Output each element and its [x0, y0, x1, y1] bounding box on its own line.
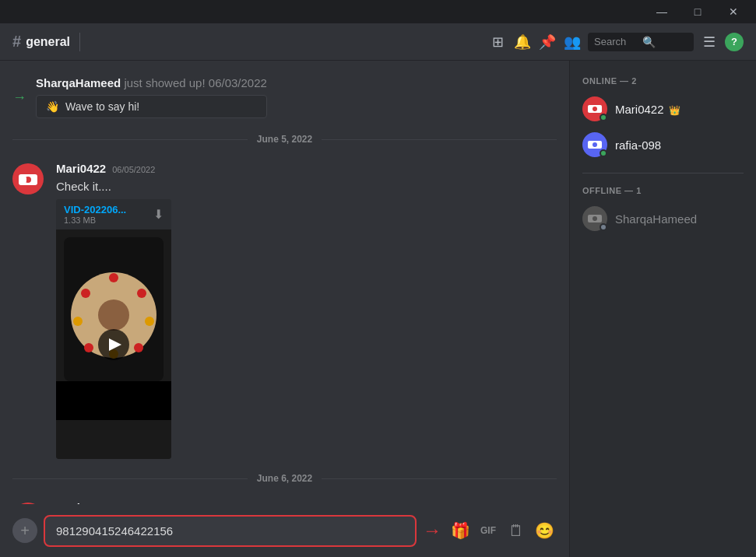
wave-button[interactable]: 👋 Wave to say hi!: [36, 95, 267, 118]
svg-point-9: [145, 317, 154, 326]
svg-point-14: [81, 289, 90, 298]
online-section-title: ONLINE — 2: [576, 73, 750, 89]
members-sidebar: ONLINE — 2 Mari0422 👑 rafia-098: [569, 61, 756, 557]
maximize-button[interactable]: □: [680, 0, 716, 23]
message-row: Mari0422 06/05/2022 Check it.... VID-202…: [0, 160, 569, 461]
system-text: SharqaHameed just showed up! 06/03/2022: [36, 76, 267, 89]
add-file-button[interactable]: +: [12, 518, 37, 543]
input-actions: 🎁 GIF 🗒 😊: [448, 518, 557, 543]
channel-settings-icon[interactable]: ⊞: [488, 33, 507, 51]
message-text: Check it....: [56, 178, 557, 194]
download-icon[interactable]: ⬇: [153, 207, 164, 222]
online-status-dot: [600, 149, 607, 157]
svg-point-6: [98, 300, 129, 331]
member-item[interactable]: Mari0422 👑: [576, 92, 750, 126]
message-input[interactable]: [44, 515, 417, 547]
message-author: Mari0422: [56, 162, 106, 175]
notifications-icon[interactable]: 🔔: [513, 33, 532, 51]
member-name: Mari0422 👑: [615, 103, 680, 116]
message-header: Mari0422 06/05/2022: [56, 162, 557, 175]
titlebar: — □ ✕: [0, 0, 756, 23]
avatar: [12, 163, 44, 194]
member-avatar: [582, 206, 607, 231]
svg-point-20: [592, 107, 597, 111]
member-name: SharqaHameed: [615, 212, 697, 226]
offline-section-title: OFFLINE — 1: [576, 183, 750, 198]
header-divider: [79, 33, 80, 51]
input-bar: + → 🎁 GIF 🗒 😊: [0, 504, 569, 557]
close-button[interactable]: ✕: [716, 0, 751, 23]
attachment-size: 1.33 MB: [64, 215, 126, 225]
svg-point-13: [73, 317, 83, 326]
crown-icon: 👑: [669, 105, 680, 116]
main-layout: → SharqaHameed just showed up! 06/03/202…: [0, 61, 756, 557]
date-divider-june6: June 6, 2022: [0, 467, 569, 490]
sidebar-divider: [582, 173, 744, 173]
date-divider-june5: June 5, 2022: [0, 128, 569, 151]
member-avatar: [582, 132, 607, 157]
svg-rect-15: [56, 381, 171, 420]
attachment-name[interactable]: VID-202206...: [64, 204, 126, 215]
date-label-june5: June 5, 2022: [248, 134, 322, 145]
svg-point-12: [84, 343, 93, 352]
system-message: → SharqaHameed just showed up! 06/03/202…: [0, 73, 569, 121]
search-placeholder: Search: [594, 36, 639, 47]
member-item[interactable]: SharqaHameed: [576, 201, 750, 236]
svg-point-24: [592, 216, 597, 221]
messages-list: → SharqaHameed just showed up! 06/03/202…: [0, 61, 569, 504]
svg-point-8: [137, 289, 146, 298]
inbox-icon[interactable]: ☰: [700, 33, 719, 51]
sticker-button[interactable]: 🗒: [504, 518, 529, 543]
red-arrow-icon: →: [423, 520, 441, 541]
video-thumbnail[interactable]: [56, 229, 171, 459]
video-attachment: VID-202206... 1.33 MB ⬇: [56, 199, 171, 459]
date-label-june6: June 6, 2022: [248, 473, 322, 484]
help-icon[interactable]: ?: [725, 33, 744, 51]
channel-name: # general: [12, 33, 70, 51]
online-status-dot: [600, 114, 607, 121]
member-list-icon[interactable]: 👥: [563, 33, 582, 51]
svg-rect-2: [23, 177, 26, 182]
channel-title: general: [26, 35, 70, 49]
gift-button[interactable]: 🎁: [448, 518, 473, 543]
message-time: 06/05/2022: [112, 165, 155, 174]
attachment-header: VID-202206... 1.33 MB ⬇: [56, 199, 171, 229]
pinned-messages-icon[interactable]: 📌: [538, 33, 557, 51]
svg-point-10: [134, 343, 143, 352]
search-icon: 🔍: [642, 36, 687, 48]
member-name: rafia-098: [615, 138, 661, 152]
offline-status-dot: [600, 223, 607, 231]
message-content: Mari0422 06/05/2022 Check it.... VID-202…: [56, 162, 557, 459]
hash-icon: #: [12, 33, 21, 51]
chat-area: → SharqaHameed just showed up! 06/03/202…: [0, 61, 569, 557]
channel-header: # general ⊞ 🔔 📌 👥 Search 🔍 ☰ ?: [0, 23, 756, 61]
play-button[interactable]: [98, 329, 129, 360]
member-item[interactable]: rafia-098: [576, 128, 750, 162]
svg-point-7: [109, 273, 118, 282]
member-avatar: [582, 96, 607, 121]
search-bar[interactable]: Search 🔍: [588, 33, 694, 51]
emoji-button[interactable]: 😊: [532, 518, 557, 543]
wave-emoji: 👋: [46, 100, 59, 113]
gif-button[interactable]: GIF: [476, 518, 501, 543]
svg-point-22: [592, 142, 597, 147]
wave-label: Wave to say hi!: [65, 100, 139, 113]
system-arrow-icon: →: [12, 89, 26, 106]
minimize-button[interactable]: —: [644, 0, 680, 23]
